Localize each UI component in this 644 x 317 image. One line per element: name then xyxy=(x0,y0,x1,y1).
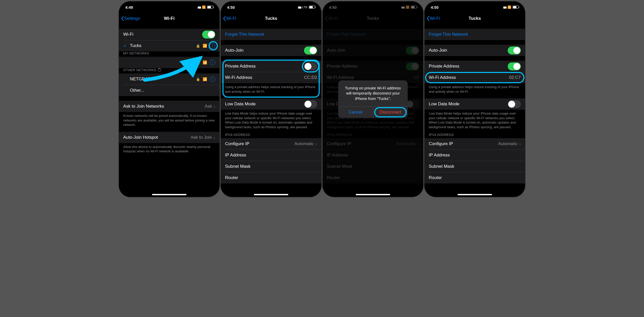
connected-network-row[interactable]: ✓ Tucks 🔒 📶 i xyxy=(119,40,219,51)
my-network-row[interactable]: 🔒 📶 i xyxy=(119,57,219,68)
other-networks-header: OTHER NETWORKS xyxy=(119,68,219,73)
private-address-label: Private Address xyxy=(225,64,256,69)
ask-join-label: Ask to Join Networks xyxy=(123,104,164,109)
info-icon[interactable]: i xyxy=(210,43,215,49)
private-address-row[interactable]: Private Address xyxy=(221,61,321,72)
alert-message: Turning on private Wi-Fi address will te… xyxy=(338,80,408,106)
auto-hotspot-row[interactable]: Auto-Join Hotspot Ask to Join › xyxy=(119,132,219,143)
network-name: NETGEAR84 xyxy=(130,77,156,82)
configure-ip-row[interactable]: Configure IP Automatic › xyxy=(221,138,321,150)
status-time: 4:50 xyxy=(431,5,439,10)
phone-frame-4: 4:50 Wi-Fi Tucks Forget This Network Aut… xyxy=(425,2,525,197)
configure-ip-row[interactable]: Configure IPAutomatic› xyxy=(425,138,525,150)
ip-address-row: IP Address xyxy=(425,150,525,161)
lock-icon: 🔒 xyxy=(196,77,200,81)
ask-join-footer: Known networks will be joined automatica… xyxy=(119,112,219,127)
wifi-address-label: Wi-Fi Address xyxy=(225,75,252,80)
auto-hotspot-label: Auto-Join Hotspot xyxy=(123,135,158,140)
alert-cancel-button[interactable]: Cancel xyxy=(338,107,373,118)
chevron-right-icon: › xyxy=(315,141,317,147)
back-button[interactable]: Settings xyxy=(119,16,140,21)
status-time: 4:50 xyxy=(227,5,235,10)
wifi-strength-icon: 📶 xyxy=(203,77,207,81)
notch xyxy=(247,2,296,9)
auto-join-row[interactable]: Auto-Join xyxy=(425,45,525,56)
signal-icon xyxy=(198,5,201,9)
low-data-row[interactable]: Low Data Mode xyxy=(221,98,321,110)
wifi-strength-icon: 📶 xyxy=(203,44,207,48)
wifi-address-row: Wi-Fi Address 02:C7 xyxy=(425,72,525,83)
ip-address-row: IP Address xyxy=(221,150,321,161)
wifi-switch[interactable] xyxy=(202,31,215,39)
low-data-footer: Low Data Mode helps reduce your iPhone d… xyxy=(221,110,321,129)
nav-bar: Settings Wi-Fi xyxy=(119,13,219,24)
private-address-row[interactable]: Private Address xyxy=(425,61,525,72)
alert-disconnect-button[interactable]: Disconnect xyxy=(373,107,408,118)
ask-join-value: Ask xyxy=(205,104,212,109)
wifi-icon xyxy=(202,5,206,9)
battery-icon xyxy=(207,6,213,9)
wifi-address-value: 02:C7 xyxy=(509,75,521,80)
router-row: Router xyxy=(425,172,525,183)
auto-join-switch[interactable] xyxy=(508,46,521,54)
low-data-switch[interactable] xyxy=(304,100,317,108)
other-network-row[interactable]: NETGEAR84 🔒 📶 i xyxy=(119,73,219,85)
forget-network-button[interactable]: Forget This Network xyxy=(221,29,321,40)
home-indicator[interactable] xyxy=(458,194,492,195)
phone-frame-1: 4:49 Settings Wi-Fi Wi-Fi ✓ xyxy=(119,2,219,197)
forget-network-button[interactable]: Forget This Network xyxy=(425,29,525,40)
connected-network-name: Tucks xyxy=(130,43,141,48)
info-icon[interactable]: i xyxy=(210,60,215,65)
home-indicator[interactable] xyxy=(356,194,390,195)
wifi-toggle-label: Wi-Fi xyxy=(123,32,133,37)
signal-icon xyxy=(298,5,301,9)
wifi-address-label: Wi-Fi Address xyxy=(429,75,456,80)
wifi-address-value: CC:D2 xyxy=(304,75,317,80)
auto-join-switch[interactable] xyxy=(304,46,317,54)
ipv4-header: IPV4 ADDRESS xyxy=(221,133,321,138)
info-icon[interactable]: i xyxy=(210,76,215,82)
back-button[interactable]: Wi-Fi xyxy=(425,16,440,21)
auto-join-row[interactable]: Auto-Join xyxy=(221,45,321,56)
auto-join-label: Auto-Join xyxy=(225,48,244,53)
subnet-row: Subnet Mask xyxy=(425,161,525,172)
chevron-right-icon: › xyxy=(519,141,521,147)
low-data-switch[interactable] xyxy=(508,100,521,108)
lock-icon: 🔒 xyxy=(196,44,200,48)
router-row: Router xyxy=(221,172,321,183)
back-label: Settings xyxy=(124,16,140,21)
signal-icon xyxy=(503,5,506,9)
notch xyxy=(145,2,194,9)
home-indicator[interactable] xyxy=(254,194,288,195)
loading-spinner-icon xyxy=(158,68,161,72)
alert-dialog: Turning on private Wi-Fi address will te… xyxy=(338,80,408,118)
my-networks-header: MY NETWORKS xyxy=(119,51,219,57)
wifi-toggle-row[interactable]: Wi-Fi xyxy=(119,29,219,40)
ask-join-row[interactable]: Ask to Join Networks Ask › xyxy=(119,101,219,112)
notch xyxy=(348,2,397,9)
chevron-right-icon: › xyxy=(213,104,215,109)
low-data-label: Low Data Mode xyxy=(225,101,256,107)
lock-icon: 🔒 xyxy=(196,61,200,64)
wifi-icon xyxy=(507,5,511,9)
modal-overlay: Turning on private Wi-Fi address will te… xyxy=(323,2,423,197)
nav-bar: Wi-Fi Tucks xyxy=(425,13,525,24)
private-address-switch[interactable] xyxy=(508,62,521,70)
wifi-strength-icon: 📶 xyxy=(203,60,207,64)
back-label: Wi-Fi xyxy=(226,16,236,21)
nav-bar: Wi-Fi Tucks xyxy=(221,13,321,24)
phone-frame-2: 4:50 LTE Wi-Fi Tucks Forget This Network… xyxy=(221,2,321,197)
check-icon: ✓ xyxy=(123,43,127,49)
back-button[interactable]: Wi-Fi xyxy=(221,16,236,21)
status-time: 4:49 xyxy=(125,5,133,10)
battery-icon xyxy=(513,6,519,9)
wifi-address-row: Wi-Fi Address CC:D2 xyxy=(221,72,321,83)
low-data-row[interactable]: Low Data Mode xyxy=(425,98,525,110)
subnet-row: Subnet Mask xyxy=(221,161,321,172)
other-network-manual[interactable]: Other... xyxy=(119,85,219,96)
home-indicator[interactable] xyxy=(152,194,186,195)
phone-frame-3: 4:50 Wi-Fi Tucks Forget This Network Aut… xyxy=(323,2,423,197)
private-address-footer: Using a private address helps reduce tra… xyxy=(221,83,321,94)
battery-icon xyxy=(309,6,315,9)
private-address-switch[interactable] xyxy=(304,62,317,70)
